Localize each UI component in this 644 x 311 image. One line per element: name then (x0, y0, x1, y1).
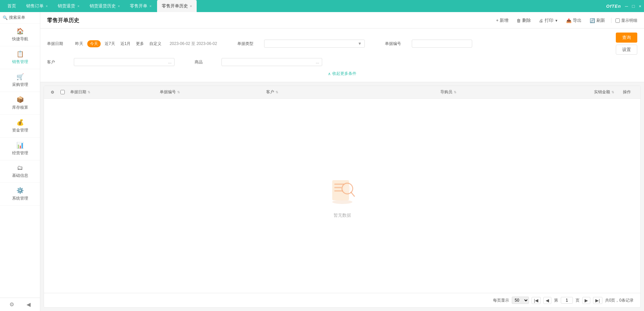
operations-icon: 📊 (16, 142, 24, 149)
date-opt-more[interactable]: 更多 (135, 40, 145, 47)
svg-point-0 (332, 200, 352, 204)
page-header: 零售开单历史 + 新增 🗑 删除 🖨 打印 ▼ 📤 导出 (40, 12, 644, 29)
sidebar-item-system-label: 系统管理 (12, 196, 28, 201)
print-button[interactable]: 🖨 打印 ▼ (537, 16, 560, 25)
tab-home-label: 首页 (7, 3, 16, 9)
last-page-btn[interactable]: ▶| (593, 297, 602, 304)
sidebar-item-system[interactable]: ⚙️ 系统管理 (0, 183, 40, 206)
sidebar-bottom: ⚙ ◀ (0, 298, 40, 311)
col-date[interactable]: 单据日期 ⇅ (67, 86, 157, 98)
tab-sales-order-close[interactable]: × (46, 4, 48, 8)
tab-retail-open-close[interactable]: × (149, 4, 151, 8)
tab-sales-order-label: 销售订单 (26, 3, 44, 9)
tab-retail-open-history-close[interactable]: × (190, 4, 192, 8)
customer-filter-label: 客户 (47, 59, 67, 65)
show-detail-checkbox-label[interactable]: 显示明细 (615, 18, 637, 23)
goods-filter-label: 商品 (195, 59, 215, 65)
toolbar-actions: + 新增 🗑 删除 🖨 打印 ▼ 📤 导出 🔄 刷新 (494, 16, 637, 28)
empty-text: 暂无数据 (334, 212, 351, 218)
tab-sales-return-close[interactable]: × (77, 4, 79, 8)
table-area: ⚙ 单据日期 ⇅ 单据编号 ⇅ 客户 ⇅ 导购员 (44, 86, 641, 308)
sidebar-item-sales-mgmt-label: 销售管理 (12, 59, 28, 65)
export-button[interactable]: 📤 导出 (564, 16, 584, 25)
col-settings[interactable]: ⚙ (47, 86, 57, 98)
delete-button[interactable]: 🗑 删除 (514, 16, 533, 25)
settings-icon: ⚙ (51, 90, 54, 95)
col-check[interactable] (57, 86, 67, 98)
col-date-label: 单据日期 (70, 89, 86, 95)
prev-page-btn[interactable]: ◀ (543, 297, 551, 304)
select-all-checkbox[interactable] (60, 90, 65, 94)
per-page-select[interactable]: 50 10 20 100 (512, 297, 529, 304)
svg-rect-4 (334, 190, 343, 192)
bill-type-select[interactable]: ▼ (264, 40, 365, 48)
maximize-btn[interactable]: □ (632, 4, 635, 9)
first-page-btn[interactable]: |◀ (532, 297, 541, 304)
sidebar-settings-btn[interactable]: ⚙ (9, 301, 14, 308)
delete-icon: 🗑 (516, 18, 521, 23)
top-nav: 首页 销售订单 × 销货退货 × 销货退货历史 × 零售开单 × 零售开单历史 … (0, 0, 644, 12)
sidebar-search[interactable]: 🔍 搜索采单 (0, 12, 40, 23)
tab-retail-open[interactable]: 零售开单 × (125, 0, 156, 12)
delete-label: 删除 (522, 17, 531, 23)
bill-num-input[interactable] (412, 40, 472, 48)
page-number-input[interactable] (561, 297, 573, 304)
show-detail-checkbox[interactable] (615, 18, 620, 23)
close-btn[interactable]: × (639, 4, 641, 9)
print-icon: 🖨 (539, 18, 543, 23)
tab-sales-return-history-close[interactable]: × (118, 4, 120, 8)
tab-sales-return-history-label: 销货退货历史 (90, 3, 116, 9)
customer-select[interactable]: ... (74, 58, 175, 66)
sidebar-item-sales-mgmt[interactable]: 📋 销售管理 (0, 46, 40, 69)
date-opt-today[interactable]: 今天 (87, 40, 101, 47)
date-filter-label: 单据日期 (47, 41, 67, 47)
main-layout: 🔍 搜索采单 🏠 快捷导航 📋 销售管理 🛒 采购管理 📦 库存核算 💰 资金管… (0, 12, 644, 311)
goods-select[interactable]: ... (221, 58, 322, 66)
add-button[interactable]: + 新增 (494, 16, 510, 25)
sidebar-item-finance[interactable]: 💰 资金管理 (0, 115, 40, 138)
date-opt-custom[interactable]: 自定义 (148, 40, 163, 47)
date-opt-yesterday[interactable]: 昨天 (74, 40, 85, 47)
content-area: 零售开单历史 + 新增 🗑 删除 🖨 打印 ▼ 📤 导出 (40, 12, 644, 311)
sidebar-item-operations-label: 经营管理 (12, 150, 28, 156)
refresh-button[interactable]: 🔄 刷新 (588, 16, 607, 25)
col-actions: 操作 (617, 86, 637, 98)
col-amount[interactable]: 实销金额 ⇅ (527, 86, 617, 98)
tab-retail-open-history[interactable]: 零售开单历史 × (157, 0, 197, 12)
bill-num-label: 单据编号 (385, 41, 405, 47)
filter-row-2: 客户 ... 商品 ... (47, 58, 637, 66)
per-page-label: 每页显示 (493, 298, 509, 303)
date-opt-last7[interactable]: 近7天 (103, 40, 116, 47)
minimize-btn[interactable]: ─ (625, 4, 628, 9)
col-customer-label: 客户 (266, 89, 274, 95)
sidebar-item-quick-nav[interactable]: 🏠 快捷导航 (0, 23, 40, 46)
sidebar-collapse-btn[interactable]: ◀ (27, 301, 31, 308)
bill-type-label: 单据类型 (237, 41, 257, 47)
purchase-mgmt-icon: 🛒 (16, 73, 24, 81)
sidebar-item-basic-info[interactable]: 🗂 基础信息 (0, 160, 40, 183)
col-customer[interactable]: 客户 ⇅ (263, 86, 437, 98)
date-opt-last1m[interactable]: 近1月 (119, 40, 132, 47)
basic-info-icon: 🗂 (17, 164, 23, 171)
pagination: 每页显示 50 10 20 100 |◀ ◀ 第 页 ▶ ▶| 共0页，0条记录 (44, 293, 640, 307)
svg-line-7 (351, 192, 354, 196)
collapse-button[interactable]: ∧ 收起更多条件 (47, 69, 637, 78)
col-customer-sort-icon: ⇅ (276, 90, 278, 94)
tab-home[interactable]: 首页 (3, 0, 21, 12)
next-page-btn[interactable]: ▶ (582, 297, 590, 304)
tab-sales-order[interactable]: 销售订单 × (21, 0, 52, 12)
empty-state: 暂无数据 (44, 99, 640, 293)
query-button[interactable]: 查询 (616, 33, 637, 43)
sidebar-item-operations[interactable]: 📊 经营管理 (0, 138, 40, 160)
col-guide[interactable]: 导购员 ⇅ (438, 86, 527, 98)
filter-settings-button[interactable]: 设置 (616, 45, 637, 55)
col-num[interactable]: 单据编号 ⇅ (157, 86, 263, 98)
sidebar-item-purchase-mgmt[interactable]: 🛒 采购管理 (0, 69, 40, 92)
sidebar-item-quick-nav-label: 快捷导航 (12, 36, 28, 42)
tab-retail-open-label: 零售开单 (130, 3, 147, 9)
tab-sales-return-history[interactable]: 销货退货历史 × (85, 0, 125, 12)
sidebar-item-inventory[interactable]: 📦 库存核算 (0, 92, 40, 115)
svg-point-6 (344, 185, 351, 192)
tab-sales-return[interactable]: 销货退货 × (53, 0, 84, 12)
inventory-icon: 📦 (16, 96, 24, 103)
